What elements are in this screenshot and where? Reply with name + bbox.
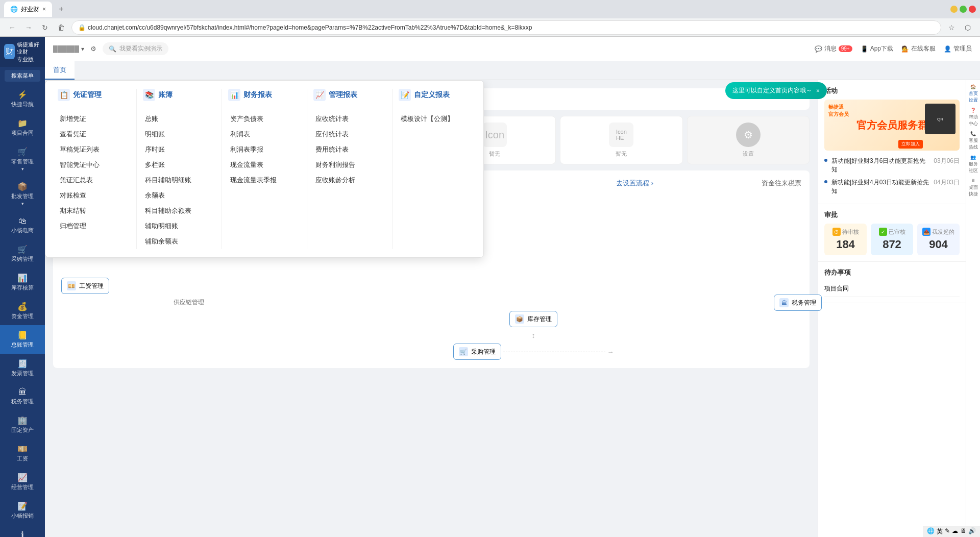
cast-button[interactable]: ⬡ xyxy=(962,21,974,34)
main-header: ██████ ▾ ⚙ 🔍 我要看实例演示 💬 消息 99+ 📱 App下载 xyxy=(45,37,980,61)
service-icon: 💁 xyxy=(901,45,909,53)
dropdown-col-ledger: 📚 账簿 总账 明细账 序时账 多栏账 科目辅助明细账 余额表 科目辅助余额表 … xyxy=(139,89,219,249)
dropdown-item-general-ledger[interactable]: 总账 xyxy=(143,111,215,127)
sidebar-search-button[interactable]: 搜索菜单 xyxy=(5,70,40,82)
expense-icon: 📝 xyxy=(17,501,28,511)
dropdown-item-new-voucher[interactable]: 新增凭证 xyxy=(58,111,130,127)
dropdown-item-balance-sheet[interactable]: 资产负债表 xyxy=(228,111,301,127)
invoice-icon: 🧾 xyxy=(17,359,28,369)
dropdown-item-draft-voucher[interactable]: 草稿凭证列表 xyxy=(58,142,130,157)
dropdown-item-detail-ledger[interactable]: 明细账 xyxy=(143,127,215,142)
dropdown-item-receivable[interactable]: 应收统计表 xyxy=(313,111,386,127)
sidebar-item-ecommerce[interactable]: 🛍小畅电商 xyxy=(0,211,45,239)
dropdown-item-reconcile[interactable]: 对账检查 xyxy=(58,188,130,203)
sidebar-item-project[interactable]: 📁项目合同 xyxy=(0,113,45,142)
dropdown-item-aux-detail[interactable]: 辅助明细账 xyxy=(143,218,215,234)
status-icon-1[interactable]: 🌐 xyxy=(927,527,935,536)
sidebar: 财 畅捷通好业财专业版 搜索菜单 ⚡快捷导航 📁项目合同 🛒零售管理 ▾ 📦批发… xyxy=(0,37,45,537)
dropdown-item-cashflow-quarterly[interactable]: 现金流量表季报 xyxy=(228,173,301,188)
company-name: ██████ xyxy=(53,45,79,53)
ledger-col-title: 📚 账簿 xyxy=(143,89,215,105)
sidebar-item-ledger[interactable]: 📒总账管理 xyxy=(0,325,45,354)
active-tab[interactable]: 🌐 好业财 × xyxy=(4,2,52,17)
dropdown-item-cashflow[interactable]: 现金流量表 xyxy=(228,157,301,173)
sidebar-item-management[interactable]: 📈经营管理 xyxy=(0,468,45,496)
dropdown-item-receivable-aging[interactable]: 应收账龄分析 xyxy=(313,173,386,188)
search-icon: 🔍 xyxy=(109,45,116,53)
address-bar: ← → ↻ 🗑 🔒 cloud.chanjet.com/cc/u6d89qwnr… xyxy=(0,18,980,37)
sidebar-item-quick-nav[interactable]: ⚡快捷导航 xyxy=(0,85,45,113)
sidebar-item-fixed-assets[interactable]: 🏢固定资产 xyxy=(0,410,45,439)
status-icon-6[interactable]: 🔊 xyxy=(968,527,976,536)
dropdown-item-payable[interactable]: 应付统计表 xyxy=(313,127,386,142)
dropdown-item-sequence-ledger[interactable]: 序时账 xyxy=(143,142,215,157)
close-browser-button[interactable] xyxy=(969,6,976,13)
new-tab-button[interactable]: + xyxy=(54,2,68,16)
dropdown-item-subject-balance[interactable]: 科目辅助余额表 xyxy=(143,203,215,218)
status-icon-5[interactable]: 🖥 xyxy=(960,527,966,536)
app-download-button[interactable]: 📱 App下载 xyxy=(861,44,893,53)
forward-button[interactable]: → xyxy=(22,21,35,34)
demo-search-label: 我要看实例演示 xyxy=(119,44,162,53)
dropdown-item-profit-quarterly[interactable]: 利润表季报 xyxy=(228,142,301,157)
tab-home[interactable]: 首页 xyxy=(45,61,75,80)
dropdown-item-profit[interactable]: 利润表 xyxy=(228,127,301,142)
sidebar-item-retail[interactable]: 🛒零售管理 ▾ xyxy=(0,142,45,177)
status-icon-3[interactable]: ✎ xyxy=(945,527,950,536)
main-area: ██████ ▾ ⚙ 🔍 我要看实例演示 💬 消息 99+ 📱 App下载 xyxy=(45,37,980,537)
sidebar-item-inventory[interactable]: 📊库存核算 xyxy=(0,268,45,297)
sidebar-item-basic-info[interactable]: ℹ基础信息 xyxy=(0,525,45,537)
status-bar: 🌐 英 ✎ ☁ 🖥 🔊 xyxy=(923,526,980,537)
url-input[interactable]: 🔒 cloud.chanjet.com/cc/u6d89qwnryel/57bf… xyxy=(71,20,941,35)
user-name: 管理员 xyxy=(953,44,972,53)
dropdown-item-archive[interactable]: 归档管理 xyxy=(58,218,130,234)
sidebar-item-salary[interactable]: 💴工资 xyxy=(0,439,45,468)
sidebar-item-invoice[interactable]: 🧾发票管理 xyxy=(0,354,45,382)
dropdown-item-expense-stat[interactable]: 费用统计表 xyxy=(313,142,386,157)
dropdown-item-smart-voucher[interactable]: 智能凭证中心 xyxy=(58,157,130,173)
sidebar-item-wholesale[interactable]: 📦批发管理 ▾ xyxy=(0,177,45,211)
status-icon-2[interactable]: 英 xyxy=(937,527,943,536)
customize-banner[interactable]: 这里可以自定义首页内容哦～ × xyxy=(725,82,827,99)
header-right: 💬 消息 99+ 📱 App下载 💁 在线客服 👤 管理员 xyxy=(815,44,972,53)
back-button[interactable]: ← xyxy=(6,21,18,34)
message-icon: 💬 xyxy=(815,45,822,53)
settings-icon-header[interactable]: ⚙ xyxy=(90,45,96,53)
dropdown-item-template-design[interactable]: 模板设计【公测】 xyxy=(399,111,471,127)
refresh-button[interactable]: ↻ xyxy=(39,21,51,34)
divider-2 xyxy=(222,89,222,249)
minimize-button[interactable] xyxy=(950,6,958,13)
dropdown-item-profit-report[interactable]: 财务利润报告 xyxy=(313,157,386,173)
dropdown-item-subject-detail[interactable]: 科目辅助明细账 xyxy=(143,173,215,188)
ledger-title-text: 账簿 xyxy=(158,90,173,100)
inventory-icon: 📊 xyxy=(17,273,28,283)
user-avatar[interactable]: 👤 管理员 xyxy=(944,44,972,53)
sidebar-item-expense[interactable]: 📝小畅报销 xyxy=(0,496,45,525)
dropdown-col-management: 📈 管理报表 应收统计表 应付统计表 费用统计表 财务利润报告 应收账龄分析 xyxy=(309,89,390,249)
download-icon: 📱 xyxy=(861,45,868,53)
sidebar-logo: 财 畅捷通好业财专业版 xyxy=(0,37,45,67)
status-icon-4[interactable]: ☁ xyxy=(952,527,958,536)
demo-search-button[interactable]: 🔍 我要看实例演示 xyxy=(103,42,168,55)
dropdown-item-multi-col[interactable]: 多栏账 xyxy=(143,157,215,173)
tab-close-icon[interactable]: × xyxy=(42,6,46,13)
message-badge: 99+ xyxy=(839,45,852,52)
custom-col-title: 📝 自定义报表 xyxy=(399,89,471,105)
sidebar-item-purchase[interactable]: 🛒采购管理 xyxy=(0,239,45,268)
dropdown-item-voucher-summary[interactable]: 凭证汇总表 xyxy=(58,173,130,188)
bookmark-button[interactable]: ☆ xyxy=(945,21,958,34)
company-selector[interactable]: ██████ ▾ xyxy=(53,45,84,53)
message-button[interactable]: 💬 消息 99+ xyxy=(815,44,852,53)
dropdown-item-aux-balance[interactable]: 辅助余额表 xyxy=(143,234,215,249)
maximize-button[interactable] xyxy=(960,6,967,13)
home-button[interactable]: 🗑 xyxy=(55,21,67,34)
dropdown-item-period-close[interactable]: 期末结转 xyxy=(58,203,130,218)
sidebar-item-capital[interactable]: 💰资金管理 xyxy=(0,297,45,325)
dropdown-item-check-voucher[interactable]: 查看凭证 xyxy=(58,127,130,142)
tab-bar: 🌐 好业财 × + xyxy=(0,0,980,18)
dropdown-item-balance[interactable]: 余额表 xyxy=(143,188,215,203)
divider-3 xyxy=(307,89,307,249)
service-button[interactable]: 💁 在线客服 xyxy=(901,44,936,53)
sidebar-item-tax[interactable]: 🏛税务管理 xyxy=(0,382,45,410)
close-customize-icon[interactable]: × xyxy=(816,87,820,94)
